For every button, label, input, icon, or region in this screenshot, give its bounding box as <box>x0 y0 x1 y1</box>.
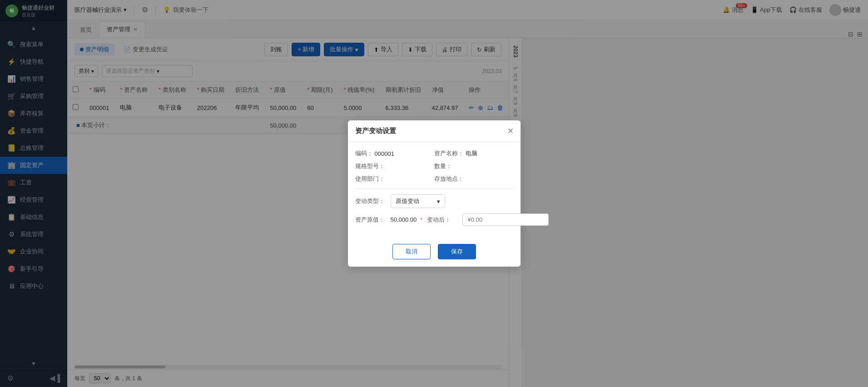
change-type-chevron-icon: ▾ <box>437 198 440 205</box>
save-button[interactable]: 保存 <box>438 244 476 259</box>
department-label: 使用部门： <box>355 175 385 183</box>
modal-change-type-row: 变动类型： 原值变动 ▾ <box>355 194 513 208</box>
modal-department-cell: 使用部门： <box>355 175 434 183</box>
modal-info-row-1: 编码： 000001 资产名称： 电脑 <box>355 149 513 158</box>
original-value-display: 50,000.00 <box>391 216 417 223</box>
code-label: 编码： <box>355 149 373 158</box>
code-value: 000001 <box>375 150 394 157</box>
after-change-input[interactable] <box>462 213 549 226</box>
original-value-label: 资产原值： <box>355 216 387 224</box>
location-label: 存放地点： <box>434 175 464 183</box>
modal-info-row-2: 规格型号： 数量： <box>355 162 513 170</box>
modal-location-cell: 存放地点： <box>434 175 513 183</box>
change-type-value: 原值变动 <box>396 197 419 205</box>
change-type-label: 变动类型： <box>355 197 387 205</box>
modal-overlay: 资产变动设置 ✕ 编码： 000001 资产名称： 电脑 规格型号： <box>0 0 868 387</box>
asset-change-modal: 资产变动设置 ✕ 编码： 000001 资产名称： 电脑 规格型号： <box>348 120 521 267</box>
asset-name-label: 资产名称： <box>434 149 464 158</box>
change-type-select[interactable]: 原值变动 ▾ <box>391 194 445 208</box>
modal-footer: 取消 保存 <box>348 238 521 267</box>
cancel-button[interactable]: 取消 <box>392 244 431 259</box>
quantity-label: 数量： <box>434 162 452 170</box>
modal-spec-cell: 规格型号： <box>355 162 434 170</box>
spec-label: 规格型号： <box>355 162 385 170</box>
modal-title: 资产变动设置 <box>355 127 396 135</box>
after-change-label: 变动后： <box>427 216 459 224</box>
modal-header: 资产变动设置 ✕ <box>348 120 521 142</box>
modal-asset-name-cell: 资产名称： 电脑 <box>434 149 513 158</box>
modal-quantity-cell: 数量： <box>434 162 513 170</box>
modal-body: 编码： 000001 资产名称： 电脑 规格型号： 数量： <box>348 142 521 238</box>
modal-info-row-3: 使用部门： 存放地点： <box>355 175 513 183</box>
modal-code-cell: 编码： 000001 <box>355 149 434 158</box>
modal-value-row: 资产原值： 50,000.00 * 变动后： <box>355 213 513 226</box>
required-mark: * <box>420 216 422 223</box>
asset-name-value: 电脑 <box>466 149 477 158</box>
modal-divider <box>355 189 513 189</box>
modal-close-button[interactable]: ✕ <box>507 127 513 135</box>
